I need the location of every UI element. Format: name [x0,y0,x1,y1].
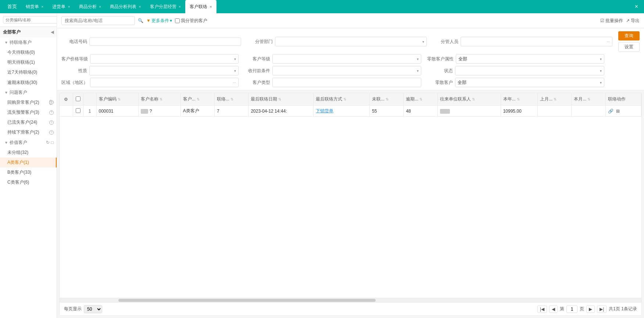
status-label: 状态 [427,68,453,74]
sidebar-group-problem[interactable]: ▼ 问题客户 [0,88,57,98]
retail-attr-label: 零散客户属性 [427,56,454,62]
sidebar-item-today[interactable]: 今天待联络(0) [0,47,57,57]
close-goods-analysis-tab[interactable]: × [99,4,101,9]
prev-page-button[interactable]: ◀ [549,305,558,313]
nav-tab-sales[interactable]: 销货单 × [21,0,48,13]
next-page-button[interactable]: ▶ [586,305,595,313]
col-this-year[interactable]: 本年... ⇅ [501,93,537,106]
retail-select[interactable]: 全部 ▾ [455,78,604,87]
filter-search-icon[interactable]: 🔍 [138,18,143,23]
col-this-month[interactable]: 本月... ⇅ [572,93,605,106]
col-last-month[interactable]: 上月... ⇅ [538,93,572,106]
payment-select[interactable]: ▾ [272,66,422,75]
sidebar-item-b-class[interactable]: B类客户(33) [0,167,57,177]
add-group-icon[interactable]: □ [51,140,54,145]
row-select-checkbox[interactable] [76,108,80,113]
action-link-icon[interactable]: 🔗 [608,109,613,114]
col-code[interactable]: 客户编码 ⇅ [96,93,139,106]
col-overdue[interactable]: 逾期... ⇅ [404,93,437,106]
select-all-checkbox[interactable] [76,96,80,101]
sidebar-item-overdue[interactable]: 逾期未联络(30) [0,78,57,88]
status-filter: 状态 ▾ [427,66,604,75]
col-checkbox[interactable] [73,93,83,106]
nav-tab-goods-analysis[interactable]: 商品分析 × [75,0,105,13]
sidebar-group-pending[interactable]: ▼ 待联络客户 [0,38,57,47]
person-select[interactable]: ··· [461,37,612,46]
page-size-select[interactable]: 50 20 100 [84,305,102,313]
nav-home[interactable]: 首页 [3,0,21,13]
my-customers-checkbox[interactable] [175,18,180,23]
col-category[interactable]: 客户... ⇅ [180,93,214,106]
sidebar-group-value[interactable]: ▼ 价值客户 ↻ □ [0,138,57,148]
retail-attr-select[interactable]: 全部 ▾ [456,54,604,64]
action-grid-icon[interactable]: ⊞ [616,109,620,114]
my-customers-filter[interactable]: 我分管的客户 [175,18,207,24]
col-last-date[interactable]: 最后联络日期 ⇅ [248,93,314,106]
sidebar-item-declining[interactable]: 持续下滑客户(2) ? [0,127,57,137]
top-nav: 首页 销货单 × 进货单 × 商品分析 × 商品分析列表 × 客户分层经营 × … [0,0,644,13]
close-goods-analysis-list-tab[interactable]: × [139,4,141,9]
col-contact[interactable]: 联络... ⇅ [215,93,248,106]
nav-tab-customer-contact[interactable]: 客户联络 × [185,0,216,13]
close-sales-tab[interactable]: × [41,4,43,9]
close-customer-segment-tab[interactable]: × [179,4,181,9]
status-select[interactable]: ▾ [455,66,604,75]
refresh-icon[interactable]: ↻ [46,140,50,145]
sidebar-item-churn-warning[interactable]: 流失预警客户(3) ? [0,107,57,117]
sidebar-item-churned[interactable]: 已流失客户(24) ? [0,117,57,127]
row-last-method: 下销货单 [314,106,370,117]
page-end-label: 页 [580,306,584,312]
col-name[interactable]: 客户名称 ⇅ [139,93,181,106]
region-select[interactable]: ··· [90,78,239,87]
close-customer-contact-tab[interactable]: × [210,4,212,9]
col-last-method[interactable]: 最后联络方式 ⇅ [314,93,370,106]
batch-op-button[interactable]: ☑ 批量操作 [600,18,623,24]
total-records-label: 共1页 1条记录 [609,306,637,312]
close-window-button[interactable]: × [632,3,641,10]
col-company-contact[interactable]: 往来单位联系人 ⇅ [437,93,501,106]
nature-select[interactable]: ▾ [89,66,239,75]
table-wrapper[interactable]: ⚙ 客户编码 ⇅ [60,93,641,298]
phone-label: 电话号码 [61,39,87,45]
price-level-select[interactable]: ▾ [90,54,239,64]
sidebar-item-repurchase-abnormal[interactable]: 回购异常客户(2) ? [0,98,57,107]
export-button[interactable]: ↗ 导出 [626,18,640,24]
last-method-link[interactable]: 下销货单 [316,108,333,113]
sidebar-item-tomorrow[interactable]: 明天待联络(1) [0,57,57,67]
nav-tab-customer-segment[interactable]: 客户分层经营 × [146,0,185,13]
settings-button[interactable]: 设置 [618,42,640,52]
nav-tab-purchase[interactable]: 进货单 × [48,0,74,13]
row-checkbox[interactable] [73,106,83,117]
row-settings [60,106,73,117]
customer-type-select[interactable] [272,78,422,87]
col-settings[interactable]: ⚙ [60,93,73,106]
sidebar-item-a-class[interactable]: A类客户(1) [0,158,57,167]
row-action: 🔗 ⊞ [605,106,641,117]
customer-table: ⚙ 客户编码 ⇅ [60,93,641,117]
filter-bar: 🔍 ▼ 更多条件 ▾ 我分管的客户 ☑ 批量操作 ↗ 导出 [57,13,644,28]
col-not-contacted[interactable]: 未联... ⇅ [370,93,404,106]
query-button[interactable]: 查询 [618,31,640,40]
pagination: 每页显示 50 20 100 |◀ ◀ 第 页 ▶ ▶| 共1页 1条记录 [60,302,641,315]
row-seq: 1 [83,106,96,117]
customer-type-filter: 客户类型 [244,78,422,87]
first-page-button[interactable]: |◀ [537,305,547,313]
close-purchase-tab[interactable]: × [68,4,70,9]
sidebar-item-7days[interactable]: 近7天待联络(0) [0,67,57,77]
horizontal-scrollbar[interactable] [60,298,641,302]
customer-level-select[interactable]: ▾ [272,54,422,64]
phone-input[interactable] [89,38,241,46]
dept-select[interactable]: ▾ [275,37,427,46]
sidebar-item-ungrouped[interactable]: 未分组(32) [0,148,57,158]
scroll-thumb[interactable] [118,299,376,302]
page-number-input[interactable] [566,305,577,313]
sidebar-item-c-class[interactable]: C类客户(6) [0,177,57,187]
nav-tab-goods-analysis-list[interactable]: 商品分析列表 × [105,0,145,13]
sidebar-all-customers[interactable]: 全部客户 ◀ [0,27,57,38]
phone-filter: 电话号码 [61,38,241,46]
filter-search-input[interactable] [61,16,135,25]
sidebar: 🔍 全部客户 ◀ ▼ 待联络客户 今天待联络(0) 明天待联络(1) 近7天待联… [0,13,57,318]
last-page-button[interactable]: ▶| [597,305,607,313]
sidebar-search-input[interactable] [3,16,57,24]
more-filters-button[interactable]: ▼ 更多条件 ▾ [146,18,172,24]
